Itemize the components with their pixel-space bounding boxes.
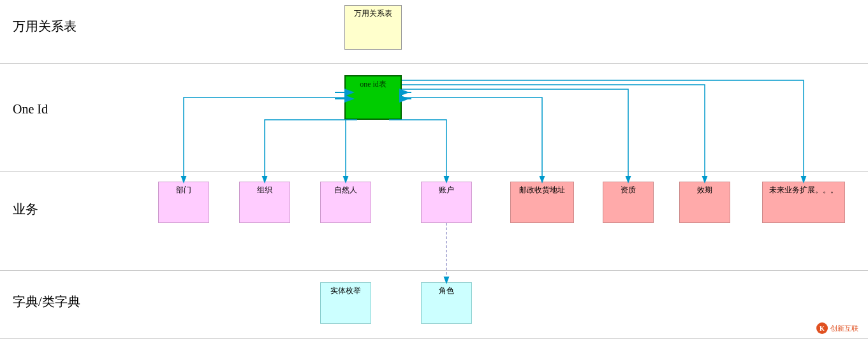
box-weilai: 未来业务扩展。。。 (762, 182, 845, 223)
label-oneid: One Id (13, 102, 48, 117)
box-jiaose: 角色 (421, 282, 472, 324)
box-wangyong: 万用关系表 (344, 5, 402, 50)
box-zizhi: 资质 (603, 182, 654, 223)
box-zuzhi: 组织 (239, 182, 290, 223)
box-ziranren: 自然人 (320, 182, 371, 223)
watermark-text: 创新互联 (830, 324, 858, 333)
box-zhanghu: 账户 (421, 182, 472, 223)
box-youzheng: 邮政收货地址 (510, 182, 574, 223)
watermark-icon: K (816, 322, 828, 334)
main-container: 万用关系表 One Id 业务 字典/类字典 万用关系表 one id表 部门 … (0, 0, 868, 339)
section-oneid: One Id (0, 64, 868, 172)
box-xiaoguo: 效期 (679, 182, 730, 223)
box-oneid: one id表 (344, 75, 402, 120)
watermark: K 创新互联 (816, 322, 858, 334)
label-wangyong: 万用关系表 (13, 18, 77, 35)
label-zidian: 字典/类字典 (13, 293, 80, 310)
box-shiti: 实体枚举 (320, 282, 371, 324)
box-bumen: 部门 (158, 182, 209, 223)
section-wangyong: 万用关系表 (0, 0, 868, 64)
label-yewu: 业务 (13, 201, 38, 218)
